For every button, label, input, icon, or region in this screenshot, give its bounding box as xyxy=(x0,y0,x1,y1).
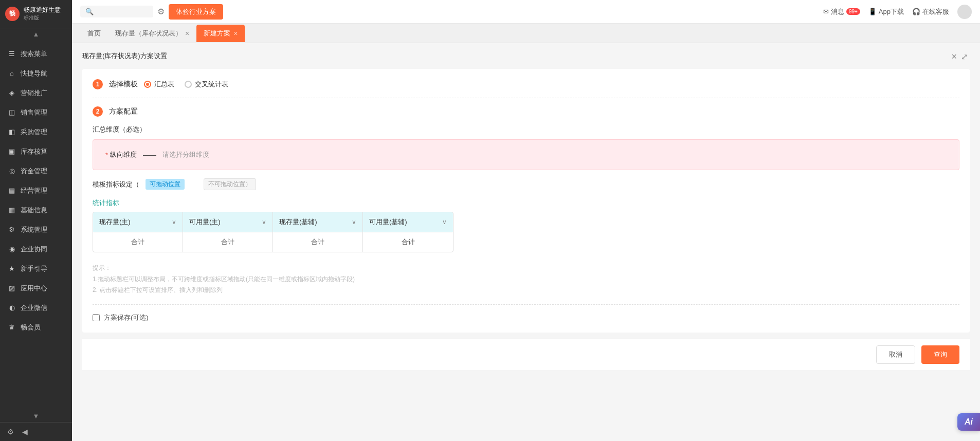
sidebar-footer: ⚙ ◀ xyxy=(0,422,72,441)
sidebar-item-quick-nav[interactable]: ⌂ 快捷导航 xyxy=(0,64,72,83)
money-icon: ◎ xyxy=(7,167,16,176)
sidebar-item-corp-wechat[interactable]: ◐ 企业微信 xyxy=(0,298,72,318)
gift-icon: ◈ xyxy=(7,88,16,98)
footer-settings-icon[interactable]: ⚙ xyxy=(7,428,14,436)
phone-icon: 📱 xyxy=(868,8,877,15)
panel-close-btn[interactable]: × xyxy=(951,51,957,62)
dimension-label: 纵向维度 xyxy=(110,150,137,159)
sidebar-item-finance[interactable]: ◎ 资金管理 xyxy=(0,161,72,181)
col-2: 可用量(主) ∨ xyxy=(183,212,273,232)
dimension-placeholder: 请选择分组维度 xyxy=(162,150,209,159)
tab1-close-icon[interactable]: × xyxy=(185,30,189,37)
divider1 xyxy=(93,98,959,98)
stats-table-header: 现存量(主) ∨ 可用量(主) ∨ 现存量(基辅) ∨ xyxy=(93,212,453,232)
panel-expand-btn[interactable]: ⤢ xyxy=(961,51,968,62)
col-4-summary: 合计 xyxy=(363,232,453,252)
draggable-badge: 可拖动位置 xyxy=(146,179,185,190)
sidebar-item-marketing[interactable]: ◈ 营销推广 xyxy=(0,83,72,103)
sidebar-item-label: 企业微信 xyxy=(21,303,47,313)
radio-cross-label: 交叉统计表 xyxy=(195,80,228,89)
content-area: × ⤢ 现存量(库存状况表)方案设置 1 选择模板 汇总表 交叉统计表 xyxy=(72,43,980,441)
save-checkbox[interactable] xyxy=(93,314,100,321)
home-icon: ⌂ xyxy=(7,69,16,78)
cart-icon: ◧ xyxy=(7,127,16,137)
scroll-down-btn[interactable]: ▼ xyxy=(0,410,72,422)
sidebar-item-app-center[interactable]: ▨ 应用中心 xyxy=(0,279,72,298)
col-4-header[interactable]: 可用量(基辅) ∨ xyxy=(363,212,453,232)
col-1-chevron: ∨ xyxy=(172,218,176,226)
tab-inventory-status[interactable]: 现存量（库存状况表） × xyxy=(108,25,196,42)
scroll-up-btn[interactable]: ▲ xyxy=(0,28,72,40)
sidebar-item-label: 应用中心 xyxy=(21,284,47,293)
topbar-settings-icon[interactable]: ⚙ xyxy=(157,7,165,16)
sidebar-item-search-menu[interactable]: ☰ 搜索菜单 xyxy=(0,44,72,64)
monitor-icon: ▨ xyxy=(7,284,16,293)
message-icon: ✉ xyxy=(823,8,829,15)
radio-cross-circle xyxy=(185,81,192,88)
tab-new-plan[interactable]: 新建方案 × xyxy=(196,25,245,42)
search-input[interactable] xyxy=(97,8,148,15)
footer-buttons: 取消 查询 xyxy=(82,339,970,370)
tips-title: 提示： xyxy=(93,264,111,271)
col-2-header[interactable]: 可用量(主) ∨ xyxy=(183,212,273,232)
sidebar: 畅 畅康通好生意 标准版 ▲ ☰ 搜索菜单 ⌂ 快捷导航 ◈ 营销推广 ◫ 销售… xyxy=(0,0,72,441)
sidebar-item-ops-mgmt[interactable]: ▤ 经营管理 xyxy=(0,181,72,200)
sidebar-item-sales-mgmt[interactable]: ◫ 销售管理 xyxy=(0,103,72,122)
sidebar-logo: 畅 畅康通好生意 标准版 xyxy=(0,0,72,28)
radio-cross[interactable]: 交叉统计表 xyxy=(185,80,228,89)
tab-home[interactable]: 首页 xyxy=(80,25,108,42)
sidebar-item-corp-protocol[interactable]: ◉ 企业协同 xyxy=(0,240,72,259)
chart-icon: ◫ xyxy=(7,108,16,117)
col-4: 可用量(基辅) ∨ xyxy=(363,212,453,232)
save-option: 方案保存(可选) xyxy=(93,313,959,322)
tab2-close-icon[interactable]: × xyxy=(233,30,238,37)
sidebar-item-label: 销售管理 xyxy=(21,108,47,117)
sidebar-item-label: 库存核算 xyxy=(21,147,47,156)
sidebar-item-purchase-mgmt[interactable]: ◧ 采购管理 xyxy=(0,122,72,142)
crown-icon: ♛ xyxy=(7,323,16,332)
dimension-box[interactable]: * 纵向维度 —— 请选择分组维度 xyxy=(93,139,959,170)
tips-section: 提示： 1.拖动标题栏可以调整布局，不可跨维度或指标区域拖动(只能在同一维度或指… xyxy=(93,263,959,296)
col-1-header[interactable]: 现存量(主) ∨ xyxy=(93,212,183,232)
search-box[interactable]: 🔍 xyxy=(80,6,153,17)
sidebar-item-new-guide[interactable]: ★ 新手引导 xyxy=(0,259,72,279)
sidebar-item-label: 快捷导航 xyxy=(21,69,47,78)
sidebar-item-vip[interactable]: ♛ 畅会员 xyxy=(0,318,72,337)
sidebar-item-label: 企业协同 xyxy=(21,245,47,254)
sidebar-item-inventory[interactable]: ▣ 库存核算 xyxy=(0,142,72,161)
sidebar-item-label: 系统管理 xyxy=(21,225,47,234)
app-download-btn[interactable]: 📱 App下载 xyxy=(868,7,904,16)
divider2 xyxy=(93,304,959,305)
tip-item-1: 1.拖动标题栏可以调整布局，不可跨维度或指标区域拖动(只能在同一维度或指标区域内… xyxy=(93,274,959,285)
col-3-header[interactable]: 现存量(基辅) ∨ xyxy=(273,212,362,232)
user-avatar[interactable] xyxy=(957,5,972,19)
radio-summary[interactable]: 汇总表 xyxy=(144,80,174,89)
col-1: 现存量(主) ∨ xyxy=(93,212,183,232)
stats-table: 现存量(主) ∨ 可用量(主) ∨ 现存量(基辅) ∨ xyxy=(93,212,453,252)
handshake-icon: ◉ xyxy=(7,245,16,254)
col-3-body: 合计 xyxy=(273,232,363,252)
tabs-bar: 首页 现存量（库存状况表） × 新建方案 × xyxy=(72,24,980,43)
star-icon: ★ xyxy=(7,264,16,273)
query-button[interactable]: 查询 xyxy=(921,345,959,364)
sidebar-item-basic-info[interactable]: ▦ 基础信息 xyxy=(0,200,72,220)
sidebar-item-label: 基础信息 xyxy=(21,206,47,215)
sidebar-item-label: 新手引导 xyxy=(21,264,47,273)
col-2-body: 合计 xyxy=(183,232,273,252)
stats-table-body: 合计 合计 合计 合计 xyxy=(93,232,453,252)
ai-floating-btn[interactable]: Ai xyxy=(957,413,980,431)
non-draggable-badge: 不可拖动位置） xyxy=(204,178,256,190)
sidebar-item-sys-mgmt[interactable]: ⚙ 系统管理 xyxy=(0,220,72,240)
cancel-button[interactable]: 取消 xyxy=(876,345,915,364)
message-btn[interactable]: ✉ 消息 99+ xyxy=(823,7,860,16)
footer-collapse-icon[interactable]: ◀ xyxy=(22,428,28,436)
sidebar-item-label: 经营管理 xyxy=(21,186,47,195)
online-service-btn[interactable]: 🎧 在线客服 xyxy=(912,7,949,16)
indicator-settings-row: 模板指标设定（ 可拖动位置 不可拖动位置） xyxy=(93,178,959,190)
headset-icon: 🎧 xyxy=(912,8,920,15)
main-panel: 1 选择模板 汇总表 交叉统计表 2 方案配置 xyxy=(82,69,970,333)
template-radio-group: 汇总表 交叉统计表 xyxy=(144,80,228,89)
step2-num: 2 xyxy=(93,106,103,117)
trial-btn[interactable]: 体验行业方案 xyxy=(169,4,223,20)
tip-item-2: 2. 点击标题栏下拉可设置排序、插入列和删除列 xyxy=(93,285,959,296)
